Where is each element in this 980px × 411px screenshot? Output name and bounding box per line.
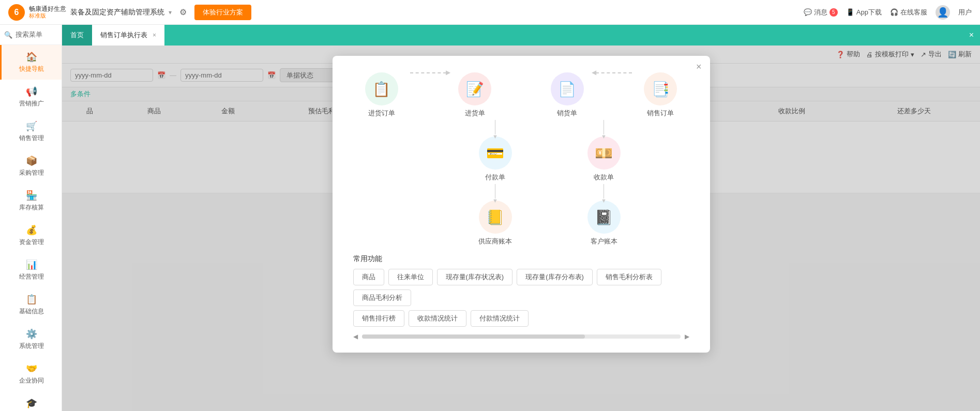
receipt-bill-icon: 💴 <box>595 145 613 162</box>
func-btn-sales-gross[interactable]: 销售毛利分析表 <box>597 269 661 285</box>
marketing-icon: 📢 <box>26 86 37 97</box>
purchase-bill-icon: 📝 <box>466 81 484 98</box>
func-btn-receipt-stats[interactable]: 收款情况统计 <box>409 310 466 327</box>
experience-button[interactable]: 体验行业方案 <box>194 5 251 20</box>
function-buttons: 商品 往来单位 现存量(库存状况表) 现存量(库存分布表) 销售毛利分析表 商品… <box>353 269 689 306</box>
sales-bill-icon: 📄 <box>558 81 576 98</box>
scrollbar-track[interactable] <box>362 334 681 339</box>
sidebar-item-inventory[interactable]: 🏪 库存核算 <box>0 184 62 218</box>
func-btn-sales-rank[interactable]: 销售排行榜 <box>353 310 404 327</box>
tab-sales-order[interactable]: 销售订单执行表 × <box>92 25 164 45</box>
modal-overlay: × 📋 进货订单 ▶ <box>62 45 980 411</box>
customer-account-label: 客户账本 <box>591 237 617 246</box>
sales-order-label: 销售订单 <box>647 109 674 118</box>
header-right: 💬 消息 5 📱 App下载 🎧 在线客服 👤 用户 <box>804 5 972 20</box>
flow-node-supplier-account[interactable]: 📒 供应商账本 <box>462 201 529 246</box>
common-functions-title: 常用功能 <box>353 254 689 264</box>
message-icon: 💬 <box>804 8 812 16</box>
tab-bar-close-icon[interactable]: × <box>969 31 974 40</box>
scroll-left-icon[interactable]: ◀ <box>353 333 358 340</box>
online-service-button[interactable]: 🎧 在线客服 <box>890 8 927 17</box>
sidebar-item-basic[interactable]: 📋 基础信息 <box>0 287 62 322</box>
message-badge: 5 <box>830 8 838 17</box>
inventory-icon: 🏪 <box>26 190 37 201</box>
flow-node-purchase-bill[interactable]: 📝 进货单 <box>446 72 504 118</box>
customer-account-icon: 📓 <box>595 209 613 226</box>
finance-icon: 💰 <box>26 224 37 236</box>
flow-node-payment-bill[interactable]: 💳 付款单 <box>462 136 529 182</box>
collab-icon: 🤝 <box>26 363 37 374</box>
dropdown-arrow-icon[interactable]: ▾ <box>169 9 172 16</box>
flow-node-sales-bill[interactable]: 📄 销货单 <box>539 72 596 118</box>
sidebar: 🔍 搜索菜单 🏠 快捷导航 📢 营销推广 🛒 销售管理 📦 采购管理 🏪 库存核… <box>0 25 62 411</box>
download-icon: 📱 <box>846 8 854 16</box>
sidebar-item-purchase[interactable]: 📦 采购管理 <box>0 149 62 184</box>
payment-bill-icon: 💳 <box>486 145 504 162</box>
func-btn-inventory-dist[interactable]: 现存量(库存分布表) <box>517 269 593 285</box>
user-name[interactable]: 用户 <box>958 8 972 17</box>
guide-icon: 🎓 <box>26 398 37 409</box>
operations-icon: 📊 <box>26 259 37 270</box>
sidebar-item-marketing[interactable]: 📢 营销推广 <box>0 80 62 114</box>
main-layout: 🔍 搜索菜单 🏠 快捷导航 📢 营销推广 🛒 销售管理 📦 采购管理 🏪 库存核… <box>0 25 980 411</box>
supplier-account-icon: 📒 <box>486 209 504 226</box>
system-title-area: 装备及固定资产辅助管理系统 ▾ ⚙ 体验行业方案 <box>70 5 804 20</box>
system-icon: ⚙️ <box>26 328 37 340</box>
sales-bill-label: 销货单 <box>557 109 577 118</box>
top-header: 6 畅康通好生意 标准版 装备及固定资产辅助管理系统 ▾ ⚙ 体验行业方案 💬 … <box>0 0 980 25</box>
app-download-button[interactable]: 📱 App下载 <box>846 8 882 17</box>
sales-icon: 🛒 <box>26 120 37 132</box>
sidebar-item-system[interactable]: ⚙️ 系统管理 <box>0 322 62 357</box>
system-title: 装备及固定资产辅助管理系统 <box>70 8 164 17</box>
basic-icon: 📋 <box>26 294 37 305</box>
sidebar-item-collab[interactable]: 🤝 企业协同 <box>0 357 62 391</box>
purchase-order-icon: 📋 <box>372 81 390 98</box>
flow-node-purchase-order[interactable]: 📋 进货订单 <box>353 72 411 118</box>
sidebar-item-sales[interactable]: 🛒 销售管理 <box>0 114 62 149</box>
tab-close-icon[interactable]: × <box>153 32 156 39</box>
message-button[interactable]: 💬 消息 5 <box>804 8 838 17</box>
sidebar-item-quick-nav[interactable]: 🏠 快捷导航 <box>0 45 62 80</box>
logo-icon: 6 <box>8 4 25 21</box>
gear-icon[interactable]: ⚙ <box>176 5 190 20</box>
tab-bar: 首页 销售订单执行表 × × <box>62 25 980 45</box>
common-functions: 常用功能 商品 往来单位 现存量(库存状况表) 现存量(库存分布表) 销售毛利分… <box>353 254 689 327</box>
home-icon: 🏠 <box>26 51 37 63</box>
func-btn-product-gross[interactable]: 商品毛利分析 <box>353 290 411 306</box>
sidebar-item-guide[interactable]: 🎓 新手引导 <box>0 391 62 411</box>
func-btn-products[interactable]: 商品 <box>353 269 384 285</box>
flow-node-receipt-bill[interactable]: 💴 收款单 <box>570 136 638 182</box>
flow-node-sales-order[interactable]: 📑 销售订单 <box>632 72 689 118</box>
purchase-icon: 📦 <box>26 155 37 166</box>
service-icon: 🎧 <box>890 8 898 16</box>
payment-bill-label: 付款单 <box>485 173 505 182</box>
func-btn-contacts[interactable]: 往来单位 <box>388 269 433 285</box>
func-btn-inventory-status[interactable]: 现存量(库存状况表) <box>437 269 513 285</box>
flow-node-customer-account[interactable]: 📓 客户账本 <box>570 201 638 246</box>
sidebar-item-finance[interactable]: 💰 资金管理 <box>0 218 62 253</box>
receipt-bill-label: 收款单 <box>594 173 614 182</box>
supplier-account-label: 供应商账本 <box>478 237 512 246</box>
scrollbar-thumb[interactable] <box>362 334 585 339</box>
tab-home[interactable]: 首页 <box>62 25 92 45</box>
func-btn-payment-stats[interactable]: 付款情况统计 <box>471 310 529 327</box>
search-icon: 🔍 <box>4 31 12 39</box>
modal-box: × 📋 进货订单 ▶ <box>333 56 710 353</box>
function-buttons-row2: 销售排行榜 收款情况统计 付款情况统计 <box>353 310 689 327</box>
sales-order-icon: 📑 <box>652 81 670 98</box>
logo-area: 6 畅康通好生意 标准版 <box>8 4 70 21</box>
page-content: ❓ 帮助 🖨 按模板打印 ▾ ↗ 导出 🔄 刷新 <box>62 45 980 411</box>
modal-close-button[interactable]: × <box>696 62 702 71</box>
modal-scrollbar: ◀ ▶ <box>353 333 689 340</box>
search-menu-button[interactable]: 🔍 搜索菜单 <box>0 25 62 45</box>
avatar: 👤 <box>936 5 950 20</box>
scroll-right-icon[interactable]: ▶ <box>685 333 689 340</box>
logo-text: 畅康通好生意 标准版 <box>29 5 66 20</box>
purchase-bill-label: 进货单 <box>465 109 485 118</box>
content-area: 首页 销售订单执行表 × × ❓ 帮助 🖨 按模板打印 ▾ <box>62 25 980 411</box>
sidebar-item-operations[interactable]: 📊 经营管理 <box>0 253 62 287</box>
purchase-order-label: 进货订单 <box>368 109 395 118</box>
